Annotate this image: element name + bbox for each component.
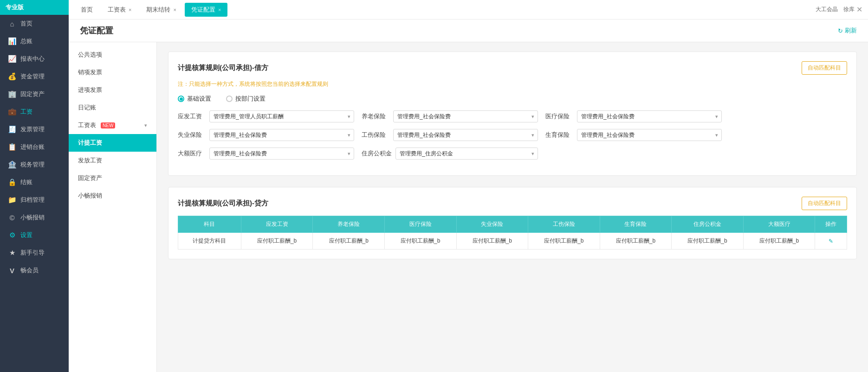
close-voucher-tab-icon[interactable]: ×	[218, 7, 221, 13]
field-maternity: 生育保险 管理费用_社会保险费	[545, 129, 722, 141]
injury-select[interactable]: 管理费用_社会保险费	[393, 129, 538, 141]
field-major-medical: 大额医疗 管理费用_社会保险费	[178, 148, 354, 160]
td-action[interactable]: ✎	[815, 233, 847, 250]
sidebar-item-fixed-assets[interactable]: 🏢 固定资产	[0, 85, 69, 103]
field-housing-fund: 住房公积金 管理费用_住房公积金	[362, 148, 538, 160]
radio-basic-setting[interactable]: 基础设置	[178, 95, 211, 103]
sidebar-item-guide[interactable]: ★ 新手引导	[0, 244, 69, 262]
sidebar-item-tax-mgmt[interactable]: 🏦 税务管理	[0, 156, 69, 173]
main-container: 首页 工资表 × 期末结转 × 凭证配置 × 大工会晶 徐库 ✕ 凭证配置 ↻ …	[69, 0, 868, 372]
unemployment-select-wrapper: 管理费用_社会保险费	[209, 129, 354, 141]
housing-fund-select-wrapper: 管理费用_住房公积金	[395, 148, 538, 160]
credit-auto-match-button[interactable]: 自动匹配科目	[802, 197, 847, 210]
tab-home[interactable]: 首页	[74, 3, 99, 17]
th-unemployment: 失业保险	[456, 216, 528, 233]
injury-label: 工伤保险	[362, 131, 389, 139]
maternity-select[interactable]: 管理费用_社会保险费	[577, 129, 722, 141]
archive-icon: 📁	[7, 196, 17, 204]
ledger-icon: 📋	[7, 143, 17, 151]
invoice-icon: 🧾	[7, 125, 17, 134]
major-medical-select[interactable]: 管理费用_社会保险费	[209, 148, 354, 160]
page-title: 凭证配置	[80, 25, 113, 36]
sidebar-item-label: 首页	[20, 19, 32, 28]
medical-select[interactable]: 管理费用_社会保险费	[577, 110, 722, 122]
td-major-medical: 应付职工薪酬_b	[743, 233, 815, 250]
unemployment-select[interactable]: 管理费用_社会保险费	[209, 129, 354, 141]
td-subject: 计提贷方科目	[178, 233, 241, 250]
pension-select[interactable]: 管理费用_社会保险费	[393, 110, 538, 122]
housing-fund-label: 住房公积金	[362, 149, 392, 158]
medical-label: 医疗保险	[545, 112, 573, 121]
sidebar-item-report-center[interactable]: 📈 报表中心	[0, 50, 69, 68]
topbar-right: 大工会晶 徐库	[816, 6, 855, 13]
nav-distribute-payroll[interactable]: 发放工资	[69, 152, 156, 169]
sidebar-item-label: 总账	[20, 37, 32, 45]
th-medical: 医疗保险	[384, 216, 456, 233]
radio-dept-setting[interactable]: 按部门设置	[226, 95, 266, 103]
tab-payroll-sheet[interactable]: 工资表 ×	[101, 3, 138, 17]
sidebar-item-payroll[interactable]: 💼 工资	[0, 103, 69, 121]
td-housing: 应付职工薪酬_b	[672, 233, 744, 250]
sidebar-item-closing[interactable]: 🔒 结账	[0, 173, 69, 191]
sidebar-item-expense[interactable]: © 小畅报销	[0, 209, 69, 226]
debit-note: 注：只能选择一种方式，系统将按照您当前的选择来配置规则	[178, 80, 847, 88]
nav-purchase-invoice[interactable]: 进项发票	[69, 81, 156, 99]
page-header: 凭证配置 ↻ 刷新	[69, 19, 868, 42]
radio-dot-basic	[178, 96, 184, 102]
refresh-button[interactable]: ↻ 刷新	[838, 26, 857, 35]
sidebar-item-invoice-mgmt[interactable]: 🧾 发票管理	[0, 121, 69, 138]
sidebar-item-sales-purchase[interactable]: 📋 进销台账	[0, 138, 69, 156]
housing-fund-select[interactable]: 管理费用_住房公积金	[395, 148, 538, 160]
sidebar-item-home[interactable]: ⌂ 首页	[0, 15, 69, 32]
content-area: 公共选项 销项发票 进项发票 日记账 工资表 NEW ▾ 计提工资 发放工资	[69, 42, 868, 372]
credit-section-title: 计提核算规则(公司承担)-贷方	[178, 199, 268, 208]
sidebar-item-member[interactable]: V 畅会员	[0, 262, 69, 279]
nav-fixed-assets[interactable]: 固定资产	[69, 169, 156, 187]
sidebar-item-label: 小畅报销	[20, 213, 45, 222]
field-medical: 医疗保险 管理费用_社会保险费	[545, 110, 722, 122]
user-info: 大工会晶	[816, 6, 838, 13]
sidebar-item-label: 资金管理	[20, 72, 45, 81]
th-major-medical: 大额医疗	[743, 216, 815, 233]
table-row: 计提贷方科目 应付职工薪酬_b 应付职工薪酬_b 应付职工薪酬_b 应付职工薪酬…	[178, 233, 847, 250]
td-unemployment: 应付职工薪酬_b	[456, 233, 528, 250]
salary-select-wrapper: 管理费用_管理人员职工薪酬	[209, 110, 354, 122]
nav-public-options[interactable]: 公共选项	[69, 46, 156, 64]
th-housing: 住房公积金	[672, 216, 744, 233]
td-salary: 应付职工薪酬_b	[241, 233, 313, 250]
debit-form-row-3: 大额医疗 管理费用_社会保险费 住房公积金 管理费用_住房公积金	[178, 148, 847, 160]
home-icon: ⌂	[7, 20, 17, 28]
sidebar-item-general-ledger[interactable]: 📊 总账	[0, 32, 69, 50]
field-injury: 工伤保险 管理费用_社会保险费	[362, 129, 538, 141]
debit-auto-match-button[interactable]: 自动匹配科目	[802, 61, 847, 75]
close-period-tab-icon[interactable]: ×	[173, 7, 176, 13]
sidebar-item-capital-mgmt[interactable]: 💰 资金管理	[0, 68, 69, 85]
pension-select-wrapper: 管理费用_社会保险费	[393, 110, 538, 122]
nav-sales-invoice[interactable]: 销项发票	[69, 64, 156, 81]
sidebar-item-settings[interactable]: ⚙ 设置	[0, 226, 69, 244]
tab-period-closing[interactable]: 期末结转 ×	[140, 3, 182, 17]
maternity-select-wrapper: 管理费用_社会保险费	[577, 129, 722, 141]
td-maternity: 应付职工薪酬_b	[600, 233, 672, 250]
credit-section-header: 计提核算规则(公司承担)-贷方 自动匹配科目	[178, 197, 847, 210]
sidebar-item-archive[interactable]: 📁 归档管理	[0, 191, 69, 209]
close-payroll-tab-icon[interactable]: ×	[129, 7, 131, 13]
refresh-icon: ↻	[838, 27, 843, 34]
nav-journal[interactable]: 日记账	[69, 99, 156, 116]
edit-icon[interactable]: ✎	[829, 238, 833, 244]
nav-xiao-chang-expense[interactable]: 小畅报销	[69, 187, 156, 205]
report-icon: 📈	[7, 55, 17, 63]
tab-voucher-config[interactable]: 凭证配置 ×	[185, 3, 227, 17]
nav-payroll-table[interactable]: 工资表 NEW ▾	[69, 116, 156, 134]
close-main-button[interactable]: ✕	[856, 5, 862, 14]
injury-select-wrapper: 管理费用_社会保险费	[393, 129, 538, 141]
building-icon: 🏢	[7, 90, 17, 98]
th-salary: 应发工资	[241, 216, 313, 233]
sidebar-item-label: 新手引导	[20, 249, 45, 257]
radio-group: 基础设置 按部门设置	[178, 95, 847, 103]
sidebar-item-label: 设置	[20, 231, 32, 239]
topbar: 首页 工资表 × 期末结转 × 凭证配置 × 大工会晶 徐库 ✕	[69, 0, 868, 19]
nav-calc-payroll[interactable]: 计提工资	[69, 134, 156, 152]
th-action: 操作	[815, 216, 847, 233]
salary-select[interactable]: 管理费用_管理人员职工薪酬	[209, 110, 354, 122]
